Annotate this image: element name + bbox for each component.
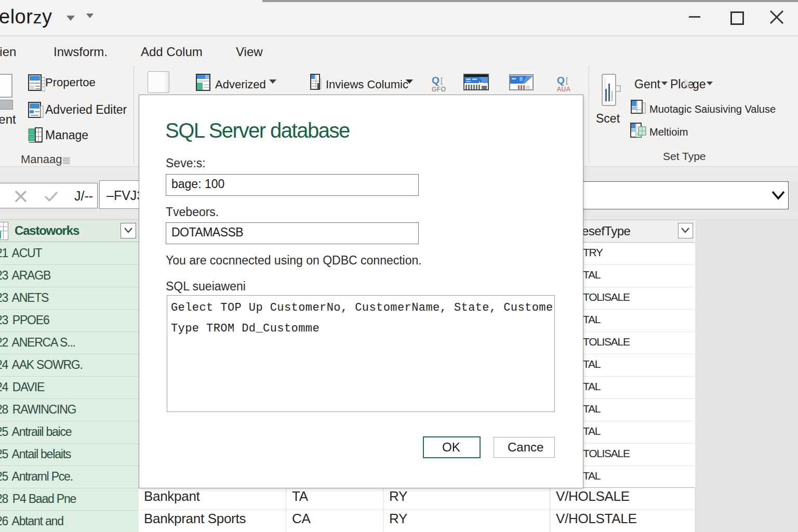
svg-text:GFO: GFO bbox=[432, 86, 446, 92]
svg-text:[: [ bbox=[441, 76, 443, 85]
svg-text:AUA: AUA bbox=[557, 86, 570, 92]
svg-text:Q: Q bbox=[432, 75, 440, 86]
svg-text:[: [ bbox=[566, 76, 568, 85]
svg-text:Q: Q bbox=[557, 75, 565, 86]
